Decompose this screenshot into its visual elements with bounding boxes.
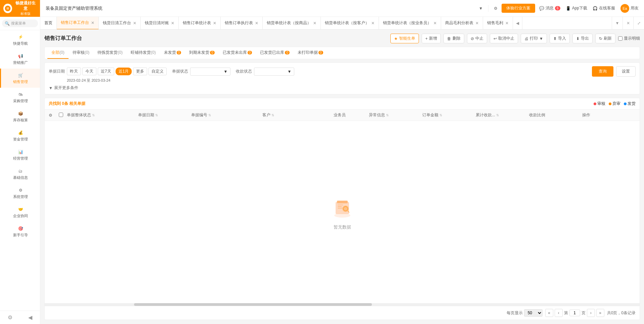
sub-tab-shipped-in[interactable]: 已发货未出库0 <box>219 47 256 59</box>
tab-sales-exec[interactable]: 销售订单执行表 ✕ <box>221 17 263 30</box>
page-number-input[interactable] <box>569 310 580 316</box>
sidebar-item-inventory[interactable]: 📦 库存核算 <box>0 107 40 126</box>
set-btn[interactable]: 设置 <box>616 66 636 77</box>
select-all-checkbox[interactable] <box>59 113 63 117</box>
print-btn[interactable]: 🖨 打印 ▼ <box>521 34 547 43</box>
refresh-btn[interactable]: ↻ 刷新 <box>595 34 615 43</box>
sidebar-item-system[interactable]: ⚙ 系统管理 <box>0 184 40 203</box>
sub-tab-not-shipped[interactable]: 未发货0 <box>160 47 185 59</box>
tab-close-sales-customer[interactable]: ✕ <box>371 21 375 26</box>
page-next-btn[interactable]: › <box>587 309 595 317</box>
tab-cash-account[interactable]: 钱货日清对账 ✕ <box>141 17 179 30</box>
page-first-btn[interactable]: « <box>545 309 553 317</box>
sidebar-item-finance[interactable]: 💰 资金管理 <box>0 126 40 145</box>
tab-home[interactable]: 首页 <box>40 17 57 30</box>
tab-close-sales-product[interactable]: ✕ <box>313 21 316 26</box>
message-btn[interactable]: 💬 消息 6 <box>539 5 560 11</box>
sidebar-item-enterprise[interactable]: 🤝 企业协同 <box>0 203 40 222</box>
system-dropdown[interactable]: ▼ <box>479 6 483 11</box>
tab-more-btn[interactable]: ▼ <box>612 17 622 30</box>
tab-sales-margin[interactable]: 商品毛利分析表 ✕ <box>441 17 483 30</box>
sidebar-item-quick-nav[interactable]: ⚡ 快捷导航 <box>0 30 40 49</box>
sub-tab-wangpu[interactable]: 旺铺待发货(0) <box>127 47 160 59</box>
tab-close-sales-stat[interactable]: ✕ <box>213 21 216 26</box>
sidebar-item-guide[interactable]: 🎯 新手引导 <box>0 222 40 241</box>
user-area[interactable]: Ea 用友 <box>620 4 639 13</box>
sidebar-item-sales[interactable]: 🛒 销售管理 <box>0 69 40 88</box>
delete-btn[interactable]: 🗑 删除 <box>443 34 464 43</box>
import-btn[interactable]: ⬆ 导入 <box>550 34 570 43</box>
sidebar-item-purchase[interactable]: 🛍 采购管理 <box>0 88 40 107</box>
filter-payment-select[interactable]: ▼ <box>254 68 294 76</box>
sort-date-icon[interactable]: ⇅ <box>155 113 158 117</box>
tab-close-sales-order[interactable]: ✕ <box>91 21 94 25</box>
tab-sales-customer[interactable]: 销货单统计表（按客户） ✕ <box>321 17 379 30</box>
tab-close-sales-staff[interactable]: ✕ <box>433 21 437 26</box>
tab-sales-product[interactable]: 销货单统计表（按商品） ✕ <box>263 17 321 30</box>
sort-number-icon[interactable]: ⇅ <box>208 113 211 117</box>
tab-close-all-btn[interactable]: ✕ <box>622 17 633 30</box>
filter-status-select[interactable]: ▼ <box>190 68 230 76</box>
tab-sales-more[interactable]: 销售毛利 ✕ <box>483 17 513 30</box>
sort-collected-icon[interactable]: ⇅ <box>496 113 499 117</box>
sort-customer-icon[interactable]: ⇅ <box>271 113 274 117</box>
sub-tab-overdue[interactable]: 到期未发货0 <box>185 47 219 59</box>
date-btn-today[interactable]: 今天 <box>82 68 96 75</box>
sort-status-icon[interactable]: ⇅ <box>92 113 95 117</box>
sidebar-search-area[interactable]: 🔍 搜索菜单 <box>0 17 40 30</box>
sub-tab-pending-ship[interactable]: 待拣货发货(0) <box>93 47 127 59</box>
tab-cash-daily[interactable]: 钱货日清工作台 ✕ <box>99 17 141 30</box>
sort-amount-icon[interactable]: ⇅ <box>439 113 442 117</box>
date-btn-1month[interactable]: 近1月 <box>116 68 132 75</box>
date-btn-7days[interactable]: 近7天 <box>98 68 114 75</box>
app-download-btn[interactable]: 📱 App下载 <box>566 5 587 11</box>
show-detail-label[interactable]: 显示明细 <box>618 36 640 41</box>
show-detail-checkbox[interactable] <box>618 36 622 41</box>
cancel-stop-btn[interactable]: ↩ 取消中止 <box>490 34 518 43</box>
sub-tab-pending[interactable]: 待审核(0) <box>69 47 94 59</box>
sidebar-item-operations[interactable]: 📊 经营管理 <box>0 145 40 164</box>
tab-sales-stat[interactable]: 销售订单统计表 ✕ <box>179 17 221 30</box>
tab-close-sales-margin[interactable]: ✕ <box>475 21 479 26</box>
sort-abnormal-icon[interactable]: ⇅ <box>386 113 389 117</box>
tab-close-cash-account[interactable]: ✕ <box>171 21 174 26</box>
page-prev-btn[interactable]: ‹ <box>555 309 563 317</box>
sidebar-item-marketing[interactable]: 📢 营销推广 <box>0 49 40 69</box>
tab-close-sales-exec[interactable]: ✕ <box>255 21 258 26</box>
add-btn[interactable]: + 新增 <box>422 34 441 43</box>
sub-tab-all[interactable]: 全部(0) <box>47 47 69 59</box>
date-btn-custom[interactable]: 自定义 <box>148 68 167 75</box>
action-unreview[interactable]: 弃审 <box>609 101 620 107</box>
tab-fullscreen-btn[interactable]: ⤢ <box>633 17 644 30</box>
settings-btn[interactable]: ⚙ <box>8 314 12 321</box>
horizontal-scrollbar[interactable] <box>45 303 640 306</box>
query-btn[interactable]: 查询 <box>592 66 613 77</box>
online-service-btn[interactable]: 🎧 在线客服 <box>593 5 615 11</box>
expand-more-btn[interactable]: ▼ 展开更多条件 <box>49 85 636 91</box>
page-size-dropdown[interactable]: 10 20 30 50 100 <box>524 309 543 317</box>
action-review[interactable]: 审核 <box>594 101 605 107</box>
industry-solution-btn[interactable]: 体验行业方案 <box>502 4 535 13</box>
tab-close-cash-daily[interactable]: ✕ <box>133 21 136 26</box>
sub-tab-shipped-out[interactable]: 已发货已出库0 <box>256 47 294 59</box>
tab-prev-arrow[interactable]: ◀ <box>513 17 522 30</box>
sidebar-search-btn[interactable]: 🔍 搜索菜单 <box>2 19 38 27</box>
stop-btn[interactable]: ⊘ 中止 <box>467 34 487 43</box>
tab-sales-staff[interactable]: 销货单统计表（按业务员） ✕ <box>379 17 441 30</box>
export-btn[interactable]: ⬇ 导出 <box>572 34 593 43</box>
date-btn-yesterday[interactable]: 昨天 <box>67 68 81 75</box>
page-last-btn[interactable]: » <box>596 309 604 317</box>
action-ship[interactable]: 发货 <box>624 101 636 107</box>
tab-close-sales-more[interactable]: ✕ <box>505 21 509 26</box>
sidebar-item-basic[interactable]: 🗂 基础信息 <box>0 164 40 184</box>
date-btn-more[interactable]: 更多 <box>133 68 147 75</box>
th-settings[interactable]: ⚙ <box>49 113 59 118</box>
smart-create-btn[interactable]: ★ 智能生单 <box>390 34 419 43</box>
tab-sales-order[interactable]: 销售订单工作台 ✕ <box>57 17 99 30</box>
sub-tab-not-printed[interactable]: 未打印单据0 <box>294 47 327 59</box>
collapse-btn[interactable]: ◀ <box>28 314 32 321</box>
count-suffix: 相关单据 <box>69 101 85 106</box>
th-checkbox[interactable] <box>59 113 67 118</box>
gear-icon[interactable]: ⚙ <box>494 6 498 11</box>
scrollbar-thumb[interactable] <box>134 303 372 306</box>
